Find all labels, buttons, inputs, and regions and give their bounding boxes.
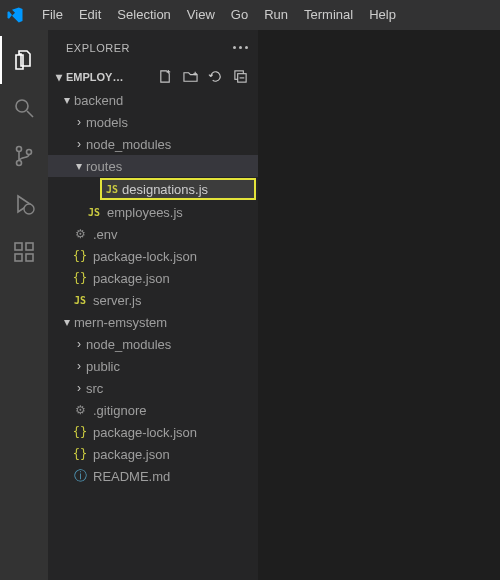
activity-source-control[interactable] [0,132,48,180]
menu-edit[interactable]: Edit [71,0,109,30]
folder-public[interactable]: ›public [48,355,258,377]
svg-line-1 [27,111,33,117]
new-file-input-box: JS [100,178,256,200]
gear-icon: ⚙ [72,226,88,242]
activity-bar [0,30,48,580]
vscode-logo-icon [6,6,24,24]
file-readme-md[interactable]: ⓘREADME.md [48,465,258,487]
new-file-input[interactable] [122,182,258,197]
chevron-down-icon: ▾ [72,159,86,173]
file-label: server.js [93,293,141,308]
folder-label: node_modules [86,137,171,152]
svg-rect-7 [15,254,22,261]
file-label: README.md [93,469,170,484]
chevron-down-icon: ▾ [52,70,66,84]
folder-mern-emsystem[interactable]: ▾mern-emsystem [48,311,258,333]
file-package-json-2[interactable]: {}package.json [48,443,258,465]
chevron-down-icon: ▾ [60,315,74,329]
gear-icon: ⚙ [72,402,88,418]
chevron-down-icon: ▾ [60,93,74,107]
files-icon [12,48,36,72]
svg-rect-6 [15,243,22,250]
menu-run[interactable]: Run [256,0,296,30]
svg-point-5 [24,204,34,214]
js-file-icon: JS [106,184,118,195]
chevron-right-icon: › [72,137,86,151]
file-tree: ▾backend ›models ›node_modules ▾routes J… [48,89,258,580]
json-file-icon: {} [72,446,88,462]
file-env[interactable]: ⚙.env [48,223,258,245]
title-bar: File Edit Selection View Go Run Terminal… [0,0,500,30]
file-label: package.json [93,447,170,462]
chevron-right-icon: › [72,337,86,351]
json-file-icon: {} [72,248,88,264]
svg-point-2 [17,147,22,152]
folder-label: mern-emsystem [74,315,167,330]
folder-routes[interactable]: ▾routes [48,155,258,177]
menu-help[interactable]: Help [361,0,404,30]
file-employees-js[interactable]: JSemployees.js [48,201,258,223]
explorer-sidebar: EXPLORER ▾ EMPLOY… ▾backend ›models ›nod… [48,30,258,580]
menu-selection[interactable]: Selection [109,0,178,30]
svg-point-0 [16,100,28,112]
new-file-row: JS [48,177,258,201]
new-folder-icon[interactable] [183,69,198,86]
activity-extensions[interactable] [0,228,48,276]
play-bug-icon [12,192,36,216]
activity-search[interactable] [0,84,48,132]
workspace-section-header[interactable]: ▾ EMPLOY… [48,65,258,89]
explorer-title: EXPLORER [66,42,130,54]
file-package-lock-json-2[interactable]: {}package-lock.json [48,421,258,443]
menu-terminal[interactable]: Terminal [296,0,361,30]
explorer-more-icon[interactable] [233,46,248,49]
folder-label: src [86,381,103,396]
json-file-icon: {} [72,424,88,440]
explorer-header: EXPLORER [48,30,258,65]
folder-label: backend [74,93,123,108]
folder-node-modules[interactable]: ›node_modules [48,133,258,155]
folder-node-modules-2[interactable]: ›node_modules [48,333,258,355]
folder-src[interactable]: ›src [48,377,258,399]
file-label: .gitignore [93,403,146,418]
editor-area [258,30,500,580]
chevron-right-icon: › [72,115,86,129]
folder-models[interactable]: ›models [48,111,258,133]
file-server-js[interactable]: JSserver.js [48,289,258,311]
svg-point-4 [27,150,32,155]
file-package-json[interactable]: {}package.json [48,267,258,289]
folder-backend[interactable]: ▾backend [48,89,258,111]
file-label: package.json [93,271,170,286]
svg-rect-9 [26,243,33,250]
chevron-right-icon: › [72,381,86,395]
activity-run-debug[interactable] [0,180,48,228]
file-label: .env [93,227,118,242]
json-file-icon: {} [72,270,88,286]
activity-explorer[interactable] [0,36,48,84]
extensions-icon [12,240,36,264]
svg-point-3 [17,161,22,166]
menu-go[interactable]: Go [223,0,256,30]
collapse-all-icon[interactable] [233,69,248,86]
folder-label: public [86,359,120,374]
js-file-icon: JS [72,292,88,308]
menu-file[interactable]: File [34,0,71,30]
menu-view[interactable]: View [179,0,223,30]
folder-label: node_modules [86,337,171,352]
search-icon [12,96,36,120]
file-label: employees.js [107,205,183,220]
js-file-icon: JS [86,204,102,220]
branch-icon [12,144,36,168]
new-file-icon[interactable] [158,69,173,86]
file-package-lock-json[interactable]: {}package-lock.json [48,245,258,267]
info-icon: ⓘ [72,468,88,484]
chevron-right-icon: › [72,359,86,373]
workspace-name: EMPLOY… [66,71,123,83]
folder-label: routes [86,159,122,174]
main-area: EXPLORER ▾ EMPLOY… ▾backend ›models ›nod… [0,30,500,580]
folder-label: models [86,115,128,130]
svg-rect-8 [26,254,33,261]
file-gitignore[interactable]: ⚙.gitignore [48,399,258,421]
file-label: package-lock.json [93,425,197,440]
refresh-icon[interactable] [208,69,223,86]
file-label: package-lock.json [93,249,197,264]
